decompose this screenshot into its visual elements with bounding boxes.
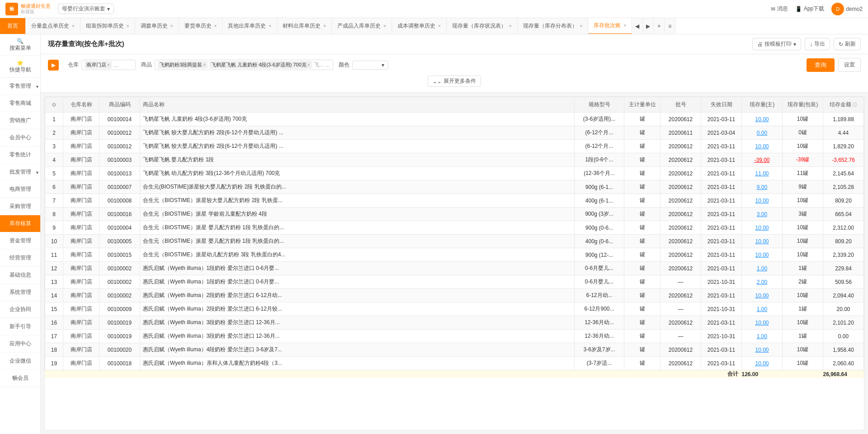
row-qty[interactable]: 10.00	[742, 289, 783, 302]
sidebar-quick-nav[interactable]: ⭐ 快捷导航	[0, 56, 40, 78]
sidebar-item-member[interactable]: 会员中心	[0, 129, 40, 146]
tab-product-in-close[interactable]: ×	[383, 24, 386, 28]
row-name: 合生元（BIOSTIME）派星较大婴儿配方奶粉 2段 乳铁蛋...	[140, 194, 575, 208]
sidebar-item-system[interactable]: 系统管理	[0, 284, 40, 301]
row-amount: 1,189.88	[823, 113, 864, 126]
refresh-button[interactable]: ↻ 刷新	[834, 38, 861, 50]
export-button[interactable]: ↓ 导出	[805, 38, 830, 50]
tab-req-close[interactable]: ×	[214, 24, 217, 28]
sidebar-item-wholesale[interactable]: 批发管理 ▾	[0, 164, 40, 181]
sidebar-item-inventory[interactable]: 库存核算	[0, 215, 40, 232]
warehouse-tag-close[interactable]: ×	[107, 62, 110, 67]
user-avatar[interactable]: D demo2	[831, 3, 863, 15]
tab-req[interactable]: 要货单历史 ×	[179, 18, 223, 34]
sidebar-item-basic[interactable]: 基础信息	[0, 267, 40, 284]
tab-home[interactable]: 首页	[0, 18, 26, 34]
footer-total-qty: 126.00	[742, 370, 783, 378]
sidebar-item-appcenter[interactable]: 应用中心	[0, 335, 40, 353]
row-qty[interactable]: 9.00	[742, 180, 783, 194]
tab-disassemble[interactable]: 组装拆卸单历史 ×	[80, 18, 135, 34]
tab-nav-close[interactable]: ×	[654, 18, 665, 34]
inventory-table: ⚙ 仓库名称 商品编码 商品名称 规格型号 主计量单位 批号 失效日期 现存量(…	[45, 97, 864, 378]
product-more-dots[interactable]: ...	[326, 62, 330, 68]
row-qty[interactable]: 0.00	[742, 126, 783, 140]
expand-filter-button[interactable]: ▶	[48, 60, 59, 71]
row-qty[interactable]: 10.00	[742, 235, 783, 248]
sidebar-item-finance[interactable]: 资金管理	[0, 232, 40, 250]
tab-stock-dist[interactable]: 现存量（库存分布表） ×	[518, 18, 589, 34]
row-qty[interactable]: 11.00	[742, 167, 783, 180]
tab-split[interactable]: 分量盘点单历史 ×	[26, 18, 80, 34]
table-row: 13 南岸门店 00100002 惠氏启赋（Wyeth illuma）1段奶粉 …	[45, 275, 864, 289]
row-qty[interactable]: 10.00	[742, 316, 783, 330]
sidebar-item-ecommerce[interactable]: 电商管理	[0, 181, 40, 198]
row-qty[interactable]: 1.00	[742, 262, 783, 275]
row-qty[interactable]: 3.00	[742, 208, 783, 221]
tab-batch-voucher-close[interactable]: ×	[623, 23, 626, 28]
message-button[interactable]: ✉ 消息	[771, 5, 788, 13]
table-footer: 合计 126.00 26,968.64	[45, 370, 864, 378]
query-button[interactable]: 查询	[807, 58, 835, 72]
sidebar-item-retail-shop[interactable]: 零售商城	[0, 95, 40, 112]
table-row: 14 南岸门店 00100002 惠氏启赋（Wyeth illuma）2段奶粉 …	[45, 289, 864, 302]
row-qty[interactable]: 10.00	[742, 140, 783, 153]
tab-nav-prev[interactable]: ◀	[632, 18, 643, 34]
sidebar-item-wechat[interactable]: 企业微信	[0, 353, 40, 370]
sidebar-item-enterprise[interactable]: 企业协同	[0, 301, 40, 318]
tab-batch-voucher[interactable]: 库存批次账 ×	[588, 18, 632, 34]
tab-other-out-close[interactable]: ×	[269, 24, 271, 28]
product-tag-1-close[interactable]: ×	[203, 62, 206, 67]
tab-stock-dist-close[interactable]: ×	[580, 24, 583, 28]
sidebar-item-member2[interactable]: 畅会员	[0, 370, 40, 387]
sidebar-item-newguide[interactable]: 新手引导	[0, 318, 40, 335]
table-row: 3 南岸门店 00100012 飞鹤星飞帆 较大婴儿配方奶粉 2段(6-12个月…	[45, 140, 864, 153]
tab-other-out[interactable]: 其他出库单历史 ×	[222, 18, 277, 34]
company-selector[interactable]: 母婴行业演示账套 ▾	[58, 4, 114, 14]
sidebar-search[interactable]: 🔍 搜索菜单	[0, 34, 40, 56]
tab-nav-next[interactable]: ▶	[643, 18, 654, 34]
tab-split-close[interactable]: ×	[72, 24, 75, 28]
row-qty[interactable]: 2.00	[742, 275, 783, 289]
tab-cost-adjust-close[interactable]: ×	[438, 24, 441, 28]
tab-cost-adjust[interactable]: 成本调整单历史 ×	[392, 18, 447, 34]
tab-product-in[interactable]: 产成品入库单历史 ×	[332, 18, 392, 34]
sidebar-item-purchase[interactable]: 采购管理	[0, 198, 40, 215]
row-qty[interactable]: 10.00	[742, 357, 783, 370]
warehouse-more-dots[interactable]: ...	[113, 62, 118, 68]
setting-button[interactable]: 设置	[838, 58, 861, 72]
tab-stock-status[interactable]: 现存量（库存状况表） ×	[447, 18, 518, 34]
row-qty[interactable]: -39.00	[742, 153, 783, 167]
sidebar-item-marketing[interactable]: 营销推广	[0, 112, 40, 129]
row-qty[interactable]: 10.00	[742, 113, 783, 126]
row-qty[interactable]: 10.00	[742, 248, 783, 262]
app-download-button[interactable]: 📱 App下载	[795, 5, 824, 13]
tab-material-out-close[interactable]: ×	[323, 24, 326, 28]
settings-icon[interactable]: ⚙	[52, 102, 57, 108]
product-tag-2-close[interactable]: ×	[307, 62, 310, 67]
tab-nav-menu[interactable]: ≡	[665, 18, 675, 34]
warehouse-tag-box[interactable]: 南岸门店 × ...	[81, 60, 136, 70]
tab-material-out[interactable]: 材料出库单历史 ×	[277, 18, 332, 34]
info-icon[interactable]: ⓘ	[853, 102, 857, 107]
row-qty[interactable]: 1.00	[742, 302, 783, 316]
row-qty[interactable]: 1.00	[742, 330, 783, 343]
table-body: 1 南岸门店 00100014 飞鹤星飞帆 儿童奶粉 4段(3-6岁适用) 70…	[45, 113, 864, 370]
row-qty[interactable]: 10.00	[742, 194, 783, 208]
tab-disassemble-close[interactable]: ×	[127, 24, 129, 28]
color-selector[interactable]: ▾	[352, 61, 388, 70]
row-qty[interactable]: 10.00	[742, 221, 783, 235]
row-index: 15	[45, 302, 63, 316]
sidebar-item-retail[interactable]: 零售管理 ▾	[0, 78, 40, 95]
tab-mix[interactable]: 调拨单历史 ×	[135, 18, 179, 34]
row-spec: 400g (6-1...	[575, 194, 624, 208]
row-qty[interactable]: 10.00	[742, 343, 783, 357]
row-index: 8	[45, 208, 63, 221]
sidebar-item-operations[interactable]: 经营管理	[0, 250, 40, 267]
product-tag-box[interactable]: 飞鹤奶粉3段两提装 × 飞鹤星飞帆 儿童奶粉 4段(3-6岁适用) 700克 ×…	[155, 60, 333, 70]
sidebar-item-retail-stats[interactable]: 零售统计	[0, 146, 40, 164]
print-button[interactable]: 🖨 按模板打印 ▾	[752, 38, 801, 50]
tab-stock-status-close[interactable]: ×	[509, 24, 512, 28]
expand-more-button[interactable]: ⌄⌄ 展开更多条件	[428, 75, 481, 87]
tab-mix-close[interactable]: ×	[170, 24, 173, 28]
row-warehouse: 南岸门店	[63, 153, 99, 167]
